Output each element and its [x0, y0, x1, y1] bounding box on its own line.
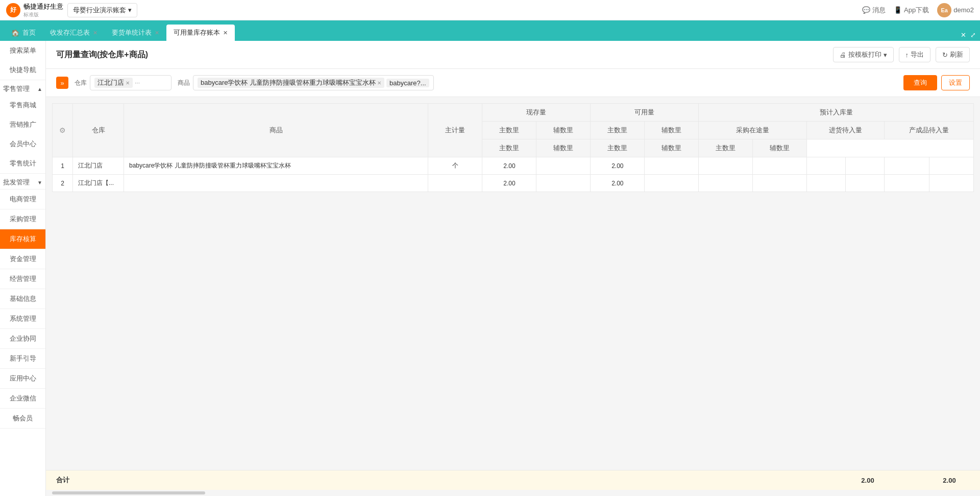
- logo-area: 好 畅捷通好生意 标准版: [6, 2, 63, 18]
- th-unit: 主计量: [428, 104, 482, 157]
- sidebar-search-menu[interactable]: 搜索菜单: [0, 41, 45, 60]
- horizontal-scrollbar[interactable]: [46, 490, 980, 496]
- minimize-icon[interactable]: ✕: [961, 31, 966, 39]
- th-available-aux: 辅数里: [645, 122, 699, 139]
- cell-warehouse: 江北门店: [73, 157, 124, 175]
- tab-inventory[interactable]: 可用量库存账本 ✕: [166, 25, 235, 41]
- warehouse-tag-remove[interactable]: ✕: [126, 80, 130, 86]
- cell-stock-aux: [536, 175, 591, 192]
- sidebar-item-inventory[interactable]: 库存核算: [0, 229, 45, 249]
- th-production-aux: 辅数里: [753, 139, 807, 157]
- sidebar-item-enterprise[interactable]: 企业协同: [0, 329, 45, 348]
- warehouse-filter-label: 仓库: [75, 79, 87, 87]
- tab-purchase-stat[interactable]: 要货单统计表 ✕: [105, 25, 166, 41]
- sidebar: 搜索菜单 快捷导航 零售管理 ▲ 零售商城 营销推广 会员中心 零售统计: [0, 41, 46, 496]
- print-template-label: 按模板打印: [848, 50, 881, 59]
- sidebar-search-section: 搜索菜单 快捷导航: [0, 41, 45, 80]
- top-bar-right: 💬 消息 📱 App下载 Ea demo2: [862, 3, 974, 17]
- product-filter-input[interactable]: babycare学饮杯 儿童防摔防撞吸管杯重力球吸嘴杯宝宝水杯 ✕ babyca…: [193, 75, 434, 90]
- sidebar-item-vip[interactable]: 畅会员: [0, 409, 45, 428]
- sidebar-item-wechat[interactable]: 企业微信: [0, 389, 45, 408]
- sidebar-retail-group: 零售管理 ▲ 零售商城 营销推广 会员中心 零售统计: [0, 80, 45, 174]
- user-profile[interactable]: Ea demo2: [937, 3, 974, 17]
- sidebar-item-purchase[interactable]: 采购管理: [0, 209, 45, 229]
- print-template-button[interactable]: 🖨 按模板打印 ▾: [833, 47, 894, 62]
- app-download-button[interactable]: 📱 App下载: [894, 6, 929, 15]
- sidebar-item-purchase-label: 采购管理: [10, 215, 36, 224]
- warehouse-ellipsis[interactable]: ···: [135, 79, 140, 86]
- cell-warehouse: 江北门店【...: [73, 175, 124, 192]
- sidebar-item-member[interactable]: 会员中心: [0, 134, 45, 154]
- th-product: 商品: [124, 104, 428, 157]
- th-purchase-in-main: 主数里: [482, 139, 536, 157]
- tab-purchase-stat-label: 要货单统计表: [112, 28, 152, 37]
- footer-stock-main: 2.00: [847, 477, 888, 484]
- sidebar-item-finance[interactable]: 资金管理: [0, 249, 45, 269]
- sidebar-item-operation[interactable]: 经营管理: [0, 269, 45, 289]
- sidebar-item-operation-label: 经营管理: [10, 274, 36, 284]
- sidebar-item-appstore[interactable]: 应用中心: [0, 369, 45, 388]
- warehouse-tag-text: 江北门店: [97, 78, 124, 87]
- setting-button[interactable]: 设置: [941, 75, 970, 90]
- tab-home-label: 首页: [22, 28, 36, 37]
- sidebar-base-section: 基础信息: [0, 289, 45, 309]
- sidebar-item-system[interactable]: 系统管理: [0, 309, 45, 328]
- tab-collection-close[interactable]: ✕: [93, 30, 97, 36]
- message-label: 消息: [872, 6, 886, 15]
- settings-icon[interactable]: ⚙: [59, 126, 66, 134]
- chevron-down-icon: ▾: [128, 6, 132, 14]
- cell-arrival-aux: [846, 175, 885, 192]
- th-available-group: 可用量: [591, 104, 699, 122]
- th-product-label: 商品: [270, 126, 283, 134]
- industry-label: 母婴行业演示账套: [73, 6, 126, 15]
- sidebar-wholesale-header[interactable]: 批发管理 ▼: [0, 174, 45, 189]
- refresh-icon: ↻: [942, 51, 948, 59]
- cell-stock-main: 2.00: [482, 175, 536, 192]
- sidebar-enterprise-section: 企业协同: [0, 329, 45, 349]
- message-button[interactable]: 💬 消息: [862, 6, 886, 15]
- tab-collection[interactable]: 收发存汇总表 ✕: [43, 25, 105, 41]
- cell-purchase-in-main: [699, 175, 753, 192]
- refresh-button[interactable]: ↻ 刷新: [936, 47, 970, 62]
- export-icon: ↑: [905, 51, 909, 59]
- app-download-label: App下载: [904, 6, 929, 15]
- cell-production-aux: [929, 157, 973, 175]
- filter-toggle-button[interactable]: »: [56, 77, 68, 89]
- maximize-icon[interactable]: ⤢: [970, 31, 976, 39]
- tab-collection-label: 收发存汇总表: [50, 28, 90, 37]
- window-controls: ✕ ⤢: [961, 31, 976, 41]
- tab-inventory-close[interactable]: ✕: [223, 30, 228, 36]
- product-tag-1-remove[interactable]: ✕: [377, 80, 381, 86]
- query-button[interactable]: 查询: [903, 75, 937, 90]
- sidebar-finance-section: 资金管理: [0, 249, 45, 269]
- sidebar-quick-nav[interactable]: 快捷导航: [0, 60, 45, 80]
- sidebar-inventory-section: 库存核算: [0, 229, 45, 249]
- sidebar-item-ecommerce-label: 电商管理: [10, 195, 36, 204]
- app-icon: 📱: [894, 6, 902, 14]
- tab-home[interactable]: 🏠 首页: [4, 25, 43, 41]
- avatar: Ea: [937, 3, 951, 17]
- sidebar-retail-header[interactable]: 零售管理 ▲: [0, 80, 45, 96]
- cell-unit: 个: [428, 157, 482, 175]
- sidebar-item-wechat-label: 企业微信: [10, 394, 36, 403]
- export-button[interactable]: ↑ 导出: [899, 47, 931, 62]
- th-available-main: 主数里: [591, 122, 645, 139]
- sidebar-item-newbie-label: 新手引导: [10, 354, 36, 363]
- tab-purchase-stat-close[interactable]: ✕: [155, 30, 159, 36]
- industry-selector[interactable]: 母婴行业演示账套 ▾: [67, 3, 137, 17]
- sidebar-operation-section: 经营管理: [0, 269, 45, 289]
- logo-text-block: 畅捷通好生意 标准版: [23, 2, 63, 18]
- warehouse-filter-input[interactable]: 江北门店 ✕ ···: [90, 75, 172, 90]
- sidebar-item-marketing[interactable]: 营销推广: [0, 115, 45, 134]
- page-header-actions: 🖨 按模板打印 ▾ ↑ 导出 ↻ 刷新: [833, 47, 970, 68]
- sidebar-item-retail-stat[interactable]: 零售统计: [0, 154, 45, 173]
- product-filter-label: 商品: [178, 79, 190, 87]
- nav-tabs-bar: 🏠 首页 收发存汇总表 ✕ 要货单统计表 ✕ 可用量库存账本 ✕ ✕ ⤢: [0, 20, 980, 41]
- sidebar-newbie-section: 新手引导: [0, 349, 45, 369]
- cell-stock-main: 2.00: [482, 157, 536, 175]
- sidebar-item-ecommerce[interactable]: 电商管理: [0, 190, 45, 209]
- sidebar-item-newbie[interactable]: 新手引导: [0, 349, 45, 368]
- footer-available-main: 2.00: [929, 477, 970, 484]
- sidebar-item-base[interactable]: 基础信息: [0, 289, 45, 309]
- sidebar-item-retail-mall[interactable]: 零售商城: [0, 96, 45, 115]
